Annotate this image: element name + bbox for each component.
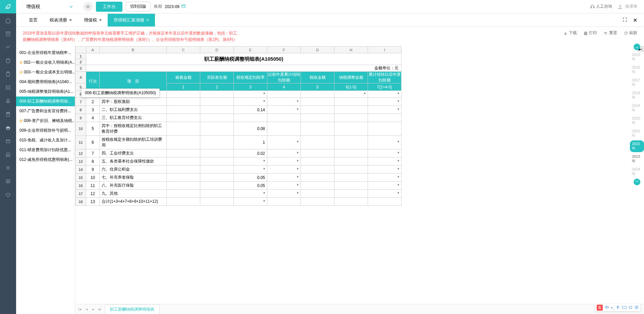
data-cell[interactable] [368, 122, 401, 136]
tab-close-icon[interactable]: ✕ [99, 18, 102, 22]
data-cell[interactable] [200, 114, 234, 122]
data-cell[interactable] [301, 106, 334, 114]
row-number[interactable]: 4 [75, 72, 86, 83]
nav-settings[interactable] [4, 164, 12, 172]
nav-home[interactable] [4, 17, 12, 24]
data-cell[interactable] [167, 106, 200, 114]
nav-vip[interactable] [4, 191, 12, 198]
nav-tax[interactable] [4, 124, 12, 131]
ime-tools-icon[interactable] [635, 305, 639, 310]
user-menu[interactable]: 徐泽华 [617, 4, 637, 10]
data-cell[interactable]: * [368, 190, 401, 198]
data-cell[interactable] [334, 136, 368, 149]
data-cell[interactable]: * [234, 190, 267, 198]
data-cell[interactable] [167, 149, 200, 158]
calendar-icon[interactable] [181, 4, 186, 9]
row-number[interactable]: 12 [75, 149, 86, 158]
data-cell[interactable] [200, 149, 234, 158]
data-cell[interactable] [234, 114, 267, 122]
year-down[interactable]: ︾ [634, 179, 640, 185]
data-cell[interactable] [200, 198, 234, 206]
data-cell[interactable] [301, 158, 334, 166]
form-list-item[interactable]: 004-期间费用明细表(A1040... [16, 77, 75, 87]
row-number[interactable]: 1 [75, 53, 86, 59]
data-cell[interactable]: 1 [234, 136, 267, 149]
data-cell[interactable]: * [234, 198, 267, 206]
data-cell[interactable]: 0.14 [234, 106, 267, 114]
form-list-item[interactable]: ⊘008-资产折旧、摊销及纳税... [16, 116, 75, 126]
data-cell[interactable] [267, 114, 301, 122]
data-cell[interactable] [334, 190, 368, 198]
data-cell[interactable] [334, 182, 368, 190]
close-all-tabs[interactable]: ✕ [633, 17, 637, 23]
year-button[interactable]: 2022年 [630, 140, 644, 152]
col-letter[interactable]: I [368, 47, 401, 53]
data-cell[interactable] [334, 158, 368, 166]
data-cell[interactable] [334, 114, 368, 122]
data-cell[interactable]: * [334, 91, 368, 98]
data-cell[interactable] [167, 198, 200, 206]
nav-calc[interactable] [4, 111, 12, 118]
data-cell[interactable] [267, 198, 301, 206]
ime-punct[interactable]: •, [611, 305, 614, 310]
row-number[interactable]: 3 [75, 65, 86, 72]
data-cell[interactable] [200, 98, 234, 106]
form-list-item[interactable]: 001-企业所得税年度纳税申... [16, 48, 75, 58]
data-cell[interactable]: * [368, 166, 401, 174]
ime-logo[interactable]: S [597, 305, 603, 311]
data-cell[interactable] [200, 182, 234, 190]
data-cell[interactable] [301, 166, 334, 174]
row-number[interactable]: 10 [75, 122, 86, 136]
form-list-item[interactable]: ⊘003-一般企业成本支出明细... [16, 67, 75, 77]
data-cell[interactable]: * [234, 158, 267, 166]
sheet-nav-first[interactable]: |◂ [77, 306, 83, 312]
col-letter[interactable]: F [267, 47, 301, 53]
data-cell[interactable] [200, 122, 234, 136]
tab[interactable]: 所得税汇算清缴✕ [108, 14, 155, 26]
data-cell[interactable]: * [368, 174, 401, 182]
data-cell[interactable] [301, 114, 334, 122]
data-cell[interactable] [334, 166, 368, 174]
module-dropdown[interactable]: 增值税 [16, 4, 83, 10]
data-cell[interactable]: 0.05 [234, 174, 267, 182]
data-cell[interactable]: * [267, 136, 301, 149]
data-cell[interactable]: * [368, 182, 401, 190]
download-button[interactable]: 下载 [564, 30, 577, 36]
data-cell[interactable]: * [234, 98, 267, 106]
data-cell[interactable]: * [368, 106, 401, 114]
form-list-item[interactable]: 007-广告费和业务宣传费跨... [16, 106, 75, 116]
tab-close-icon[interactable]: ✕ [146, 18, 149, 22]
data-cell[interactable]: 0.08 [234, 122, 267, 136]
reset-button[interactable]: 重置 [604, 30, 617, 36]
sheet-area[interactable]: ABCDEFGHI1职工薪酬纳税调整明细表(A105050)23金额单位：元4行… [75, 46, 644, 304]
data-cell[interactable] [301, 122, 334, 136]
col-letter[interactable]: C [167, 47, 200, 53]
print-button[interactable]: 打印 [584, 30, 597, 36]
data-cell[interactable] [301, 190, 334, 198]
data-cell[interactable]: * [267, 166, 301, 174]
col-letter[interactable]: H [334, 47, 368, 53]
data-cell[interactable] [167, 174, 200, 182]
sheet-nav-next[interactable]: ▸ [90, 306, 96, 312]
data-cell[interactable] [301, 91, 334, 98]
data-cell[interactable]: * [267, 106, 301, 114]
ime-lang[interactable]: 中 [605, 305, 609, 311]
data-cell[interactable] [167, 190, 200, 198]
data-cell[interactable] [200, 106, 234, 114]
form-list-item[interactable]: 012-减免所得税优惠明细表(... [16, 155, 75, 165]
row-number[interactable]: 14 [75, 166, 86, 174]
refresh-button[interactable]: 刷新 [624, 30, 637, 36]
data-cell[interactable] [334, 106, 368, 114]
sheet-nav-prev[interactable]: ◂ [84, 306, 90, 312]
data-cell[interactable] [167, 182, 200, 190]
row-number[interactable]: 2 [75, 59, 86, 65]
form-list-item[interactable]: 010-免税、减计收入及加计... [16, 135, 75, 145]
data-cell[interactable]: * [267, 182, 301, 190]
data-cell[interactable] [334, 98, 368, 106]
data-cell[interactable]: * [234, 166, 267, 174]
row-number[interactable]: 11 [75, 136, 86, 149]
data-cell[interactable] [301, 198, 334, 206]
data-cell[interactable] [334, 149, 368, 158]
data-cell[interactable]: 0.02 [234, 149, 267, 158]
data-cell[interactable] [167, 136, 200, 149]
